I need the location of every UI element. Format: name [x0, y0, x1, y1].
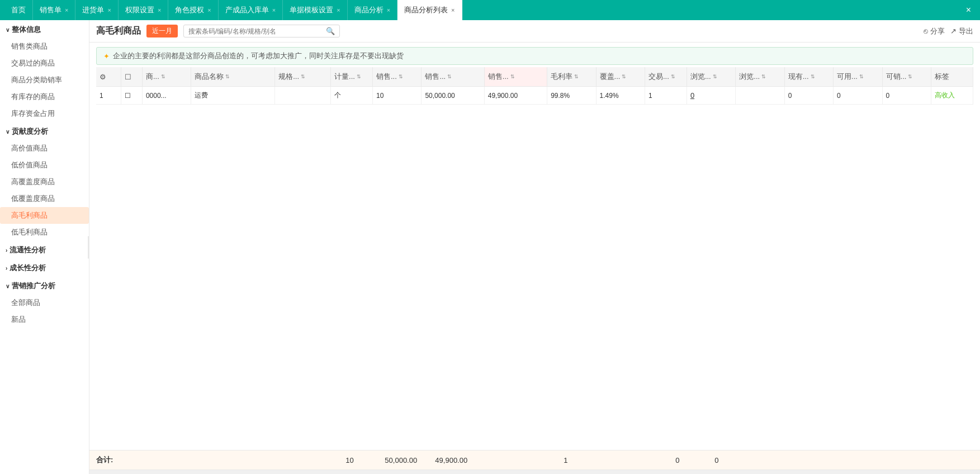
col-header-avail[interactable]: 可用... ⇅ [834, 67, 882, 87]
sort-icon-margin: ⇅ [574, 74, 579, 79]
sort-icon-spec: ⇅ [301, 74, 305, 79]
cell-check[interactable]: ☐ [121, 87, 142, 105]
col-header-check[interactable]: ☐ [121, 67, 142, 87]
sidebar-item-stock-capital[interactable]: 库存资金占用 [0, 105, 89, 122]
cell-browse1[interactable]: 0 [687, 87, 735, 105]
sidebar-item-low-value[interactable]: 低价值商品 [0, 157, 89, 173]
col-header-settings[interactable]: ⚙ [96, 67, 121, 87]
tab-goods-analysis-list[interactable]: 商品分析列表 × [397, 0, 462, 20]
close-tab-template[interactable]: × [337, 7, 340, 13]
export-icon: ↗ [950, 27, 957, 35]
col-header-sales-amt[interactable]: 销售... ⇅ [422, 67, 484, 87]
content-header: 高毛利商品 近一月 🔍 ⎋ 分享 ↗ 导出 [89, 20, 980, 43]
tab-product-in[interactable]: 产成品入库单 × [219, 0, 283, 20]
cell-sales-qty: 10 [372, 87, 421, 105]
cell-saleable: 0 [882, 87, 931, 105]
chevron-down-icon: ∨ [6, 27, 10, 33]
share-btn[interactable]: ⎋ 分享 [924, 26, 945, 36]
sidebar-group-marketing[interactable]: ∨ 营销推广分析 [0, 276, 89, 294]
sort-icon-browse1: ⇅ [713, 74, 717, 79]
tab-template[interactable]: 单据模板设置 × [283, 0, 347, 20]
sidebar-group-growth[interactable]: › 成长性分析 [0, 259, 89, 276]
sidebar-item-low-coverage[interactable]: 低覆盖度商品 [0, 190, 89, 207]
cell-unit: 个 [331, 87, 373, 105]
sort-icon-browse2: ⇅ [761, 74, 766, 79]
page-title: 高毛利商品 [96, 25, 141, 37]
col-header-margin[interactable]: 毛利率 ⇅ [547, 67, 596, 87]
col-header-coverage[interactable]: 覆盖... ⇅ [596, 67, 645, 87]
search-box: 🔍 [183, 25, 340, 37]
col-header-unit[interactable]: 计量... ⇅ [331, 67, 373, 87]
sort-icon-coverage: ⇅ [622, 74, 626, 79]
info-icon: ✦ [103, 52, 110, 60]
sidebar-item-new-goods[interactable]: 新品 [0, 311, 89, 328]
col-header-tag[interactable]: 标签 [931, 67, 973, 87]
cell-spec [275, 87, 331, 105]
header-actions: ⎋ 分享 ↗ 导出 [924, 26, 973, 36]
cell-no: 1 [96, 87, 121, 105]
col-header-sales-qty[interactable]: 销售... ⇅ [372, 67, 421, 87]
sort-icon-trans: ⇅ [671, 74, 675, 79]
close-tab-goods-analysis-list[interactable]: × [451, 7, 455, 13]
sidebar-collapse-btn[interactable]: « [88, 236, 89, 259]
sidebar-item-high-margin[interactable]: 高毛利商品 [0, 207, 89, 224]
chevron-right-icon: › [6, 247, 7, 254]
tab-goods-analysis[interactable]: 商品分析 × [348, 0, 397, 20]
close-tab-sales-order[interactable]: × [65, 7, 68, 13]
cell-browse2 [736, 87, 784, 105]
cell-coverage: 1.49% [596, 87, 645, 105]
sidebar-item-traded-goods[interactable]: 交易过的商品 [0, 55, 89, 72]
col-header-browse1[interactable]: 浏览... ⇅ [687, 67, 735, 87]
sort-icon-code: ⇅ [161, 74, 165, 79]
close-tab-goods-analysis[interactable]: × [387, 7, 390, 13]
sidebar-group-liquidity[interactable]: › 流通性分析 [0, 241, 89, 259]
tab-purchase-order[interactable]: 进货单 × [75, 0, 118, 20]
tab-home[interactable]: 首页 [4, 0, 33, 20]
tab-sales-order[interactable]: 销售单 × [33, 0, 75, 20]
close-tab-permissions[interactable]: × [158, 7, 161, 13]
close-tab-product-in[interactable]: × [272, 7, 276, 13]
info-bar: ✦ 企业的主要的利润都是这部分商品创造的，可考虑加大推广，同时关注库存是不要出现… [96, 47, 973, 65]
data-table: ⚙ ☐ 商... ⇅ 商品名称 [96, 67, 973, 105]
tab-role-auth[interactable]: 角色授权 × [168, 0, 218, 20]
close-tab-role-auth[interactable]: × [207, 7, 211, 13]
cell-avail: 0 [834, 87, 882, 105]
tab-permissions[interactable]: 权限设置 × [119, 0, 168, 20]
chevron-down-icon-3: ∨ [6, 283, 10, 289]
cell-sales-profit: 49,900.00 [484, 87, 547, 105]
cell-stock: 0 [784, 87, 833, 105]
horizontal-scrollbar[interactable] [89, 470, 980, 474]
col-header-stock[interactable]: 现有... ⇅ [784, 67, 833, 87]
sort-icon-stock: ⇅ [811, 74, 815, 79]
col-header-code[interactable]: 商... ⇅ [142, 67, 191, 87]
sidebar-item-category-rate[interactable]: 商品分类助销率 [0, 72, 89, 88]
filter-last-month-btn[interactable]: 近一月 [146, 25, 178, 37]
sidebar-item-sales-goods[interactable]: 销售类商品 [0, 38, 89, 55]
cell-name: 运费 [191, 87, 275, 105]
close-window-btn[interactable]: × [962, 5, 976, 15]
sidebar-item-low-margin[interactable]: 低毛利商品 [0, 224, 89, 241]
sort-icon-sales-amt: ⇅ [447, 74, 452, 79]
col-header-sales-profit[interactable]: 销售... ⇅ [484, 67, 547, 87]
cell-tag: 高收入 [931, 87, 973, 105]
col-header-name[interactable]: 商品名称 ⇅ [191, 67, 275, 87]
sidebar-group-overall[interactable]: ∨ 整体信息 [0, 20, 89, 38]
sidebar-item-all-goods[interactable]: 全部商品 [0, 294, 89, 311]
footer-totals: 合计: 10 50,000.00 49,900.00 1 0 0 [89, 450, 980, 470]
sort-icon-sales-profit: ⇅ [510, 74, 515, 79]
sidebar-item-in-stock[interactable]: 有库存的商品 [0, 88, 89, 105]
table-row: 1 ☐ 0000... 运费 个 10 50,000.00 49,900.00 … [96, 87, 973, 105]
col-header-trans[interactable]: 交易... ⇅ [645, 67, 687, 87]
main-area: « ∨ 整体信息 销售类商品 交易过的商品 商品分类助销率 有库存的商品 库存资… [0, 20, 980, 474]
col-header-browse2[interactable]: 浏览... ⇅ [736, 67, 784, 87]
sidebar-item-high-coverage[interactable]: 高覆盖度商品 [0, 173, 89, 190]
share-icon: ⎋ [924, 27, 928, 35]
col-header-spec[interactable]: 规格... ⇅ [275, 67, 331, 87]
search-input[interactable] [188, 27, 326, 35]
col-header-saleable[interactable]: 可销... ⇅ [882, 67, 931, 87]
sidebar-group-contribution[interactable]: ∨ 贡献度分析 [0, 122, 89, 140]
export-btn[interactable]: ↗ 导出 [950, 26, 973, 36]
close-tab-purchase-order[interactable]: × [107, 7, 111, 13]
sidebar-item-high-value[interactable]: 高价值商品 [0, 140, 89, 157]
search-icon[interactable]: 🔍 [326, 27, 335, 35]
